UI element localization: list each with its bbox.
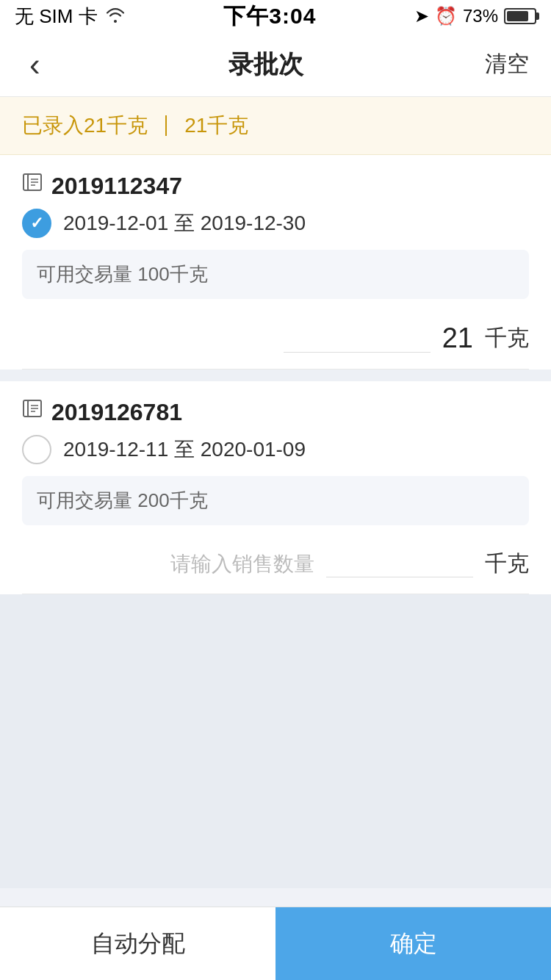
available-qty-1: 可用交易量 100千克 <box>22 250 529 299</box>
carrier-label: 无 SIM 卡 <box>15 4 98 29</box>
status-time: 下午3:04 <box>223 1 316 32</box>
recorded-label: 已录入21千克 <box>22 112 148 140</box>
radio-btn-2[interactable] <box>22 435 51 464</box>
batch-item-1: 2019112347 2019-12-01 至 2019-12-30 可用交易量… <box>0 155 551 370</box>
battery-bar <box>504 8 536 24</box>
alarm-icon: ⏰ <box>435 6 457 26</box>
content-area: 2019112347 2019-12-01 至 2019-12-30 可用交易量… <box>0 155 551 962</box>
summary-divider <box>165 115 167 136</box>
qty-unit-2: 千克 <box>485 549 529 579</box>
qty-input-row-2: 请输入销售数量 千克 <box>22 537 529 594</box>
batch-item-2: 2019126781 2019-12-11 至 2020-01-09 可用交易量… <box>0 381 551 594</box>
batch-doc-icon-1 <box>22 173 43 199</box>
status-bar: 无 SIM 卡 下午3:04 ➤ ⏰ 73% <box>0 0 551 32</box>
qty-separator-2 <box>326 577 473 577</box>
batch-header-2: 2019126781 <box>22 399 529 426</box>
batch-date-row-1: 2019-12-01 至 2019-12-30 <box>22 209 529 238</box>
batch-card-2: 2019126781 2019-12-11 至 2020-01-09 可用交易量… <box>0 381 551 594</box>
qty-value-1[interactable]: 21 <box>442 323 473 354</box>
confirm-button[interactable]: 确定 <box>276 907 551 980</box>
nav-bar: ‹ 录批次 清空 <box>0 32 551 97</box>
qty-unit-1: 千克 <box>485 323 529 353</box>
summary-banner: 已录入21千克 21千克 <box>0 97 551 155</box>
status-right: ➤ ⏰ 73% <box>414 6 536 26</box>
battery-fill <box>507 11 528 21</box>
radio-btn-1[interactable] <box>22 209 51 238</box>
available-qty-2: 可用交易量 200千克 <box>22 476 529 525</box>
batch-id-2: 2019126781 <box>51 399 182 426</box>
back-button[interactable]: ‹ <box>22 39 48 90</box>
location-icon: ➤ <box>414 6 429 26</box>
total-label: 21千克 <box>184 112 248 140</box>
qty-separator-1 <box>284 352 431 353</box>
batch-date-2: 2019-12-11 至 2020-01-09 <box>63 436 306 464</box>
auto-distribute-button[interactable]: 自动分配 <box>0 907 276 980</box>
section-divider <box>0 370 551 381</box>
page-title: 录批次 <box>228 48 303 82</box>
batch-header-1: 2019112347 <box>22 173 529 200</box>
qty-input-row-1: 21 千克 <box>22 311 529 370</box>
clear-button[interactable]: 清空 <box>485 49 529 79</box>
batch-card-1: 2019112347 2019-12-01 至 2019-12-30 可用交易量… <box>0 155 551 370</box>
batch-doc-icon-2 <box>22 400 43 425</box>
empty-area <box>0 594 551 888</box>
battery-percent: 73% <box>463 6 498 26</box>
batch-date-1: 2019-12-01 至 2019-12-30 <box>63 209 306 237</box>
batch-date-row-2: 2019-12-11 至 2020-01-09 <box>22 435 529 464</box>
qty-placeholder-2[interactable]: 请输入销售数量 <box>170 550 314 578</box>
status-left: 无 SIM 卡 <box>15 4 126 29</box>
bottom-bar: 自动分配 确定 <box>0 907 551 980</box>
batch-id-1: 2019112347 <box>51 173 182 200</box>
wifi-icon <box>105 5 126 28</box>
